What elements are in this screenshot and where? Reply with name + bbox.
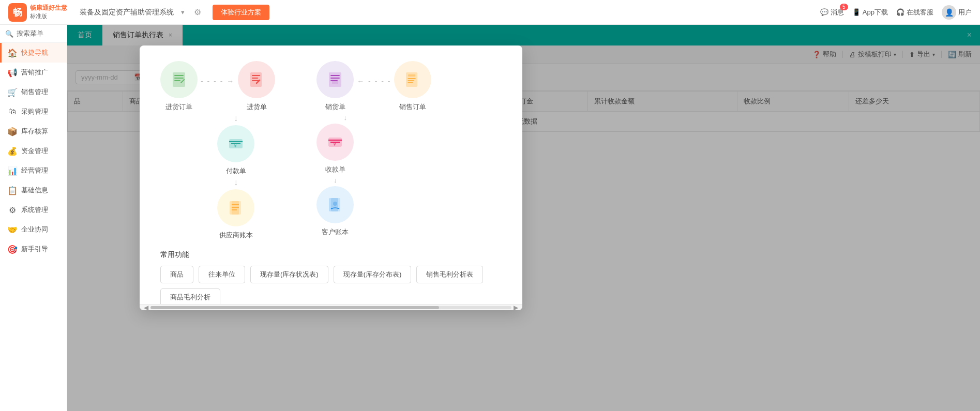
purchase-order-label: 进货订单 — [165, 102, 192, 112]
logo-icon: 畅 — [8, 3, 27, 22]
sidebar-item-newcomer[interactable]: 🎯 新手引导 — [0, 239, 67, 259]
receipt-bill-circle: ￥ — [316, 124, 354, 161]
purchase-bill-circle — [238, 61, 275, 98]
sidebar-item-label-marketing: 营销推广 — [21, 68, 48, 77]
sidebar-item-purchase[interactable]: 🛍 采购管理 — [0, 102, 67, 121]
customer-account-icon — [326, 195, 344, 214]
svg-point-14 — [333, 202, 337, 206]
sidebar-item-basic-info[interactable]: 📋 基础信息 — [0, 180, 67, 200]
logo-area: 畅 畅康通好生意 标准版 — [8, 3, 70, 22]
sidebar-item-label-operation: 经营管理 — [21, 166, 48, 175]
marketing-icon: 📢 — [8, 68, 17, 77]
sidebar-item-label-enterprise: 企业协同 — [21, 225, 48, 234]
svg-rect-9 — [408, 74, 415, 77]
sidebar-search[interactable]: 🔍 搜索菜单 — [0, 25, 67, 43]
node-purchase-bill[interactable]: 进货单 — [238, 61, 275, 112]
basic-info-icon: 📋 — [8, 186, 17, 195]
svg-rect-0 — [173, 72, 185, 87]
top-bar-right: 💬 消息 5 📱 App下载 🎧 在线客服 👤 用户 — [820, 5, 972, 20]
message-icon: 💬 — [820, 8, 828, 16]
svg-rect-5 — [232, 201, 241, 215]
scrollbar-left-arrow[interactable]: ◀ — [142, 304, 150, 311]
customer-account-label: 客户账本 — [322, 227, 349, 237]
enterprise-icon: 🤝 — [8, 225, 17, 234]
sidebar: 🔍 搜索菜单 🏠 快捷导航 📢 营销推广 🛒 销售管理 🛍 采购管理 📦 — [0, 25, 67, 411]
right-flow: 销货单 ← - - - - — [316, 61, 431, 237]
sidebar-item-enterprise[interactable]: 🤝 企业协同 — [0, 220, 67, 239]
search-icon: 🔍 — [5, 30, 13, 38]
sidebar-item-funds[interactable]: 💰 资金管理 — [0, 141, 67, 161]
arrow-row-v: ↓ — [316, 112, 431, 124]
node-receipt-bill[interactable]: ￥ 收款单 — [316, 124, 354, 174]
message-action[interactable]: 💬 消息 5 — [820, 8, 844, 17]
node-customer-account[interactable]: 客户账本 — [316, 186, 354, 237]
supplier-account-circle — [217, 189, 254, 226]
receipt-bill-label: 收款单 — [325, 165, 345, 174]
svg-text:￥: ￥ — [333, 142, 337, 147]
sidebar-item-label-newcomer: 新手引导 — [21, 245, 48, 254]
flow-row-2: 销货单 ← - - - - — [316, 61, 431, 112]
trial-button[interactable]: 体验行业方案 — [213, 5, 269, 20]
supplier-account-label: 供应商账本 — [219, 231, 253, 240]
func-buttons-row-1: 商品 往来单位 现存量(库存状况表) 现存量(库存分布表) 销售毛利分析表 商品… — [160, 266, 502, 304]
popup-modal: 进货订单 - - - - → — [140, 45, 522, 310]
arrow-h-1: - - - - → — [201, 77, 235, 96]
sidebar-search-label: 搜索菜单 — [17, 29, 43, 38]
brand-version: 标准版 — [30, 12, 67, 20]
purchase-order-icon — [170, 70, 188, 89]
customer-account-node: 客户账本 — [316, 186, 354, 237]
sidebar-item-quick-nav[interactable]: 🏠 快捷导航 — [0, 43, 67, 63]
arrow-v-1: ↓ — [234, 114, 238, 123]
sales-bill-circle — [316, 61, 354, 98]
sales-icon: 🛒 — [8, 87, 17, 97]
node-sales-bill[interactable]: 销货单 — [316, 61, 354, 112]
func-btn-sales-profit[interactable]: 销售毛利分析表 — [416, 266, 483, 283]
node-sales-order[interactable]: 销售订单 — [394, 61, 431, 112]
popup-scrollbar[interactable]: ◀ ▶ — [140, 304, 522, 310]
flow-diagram: 进货订单 - - - - → — [160, 61, 502, 240]
arrow-v-4: ↓ — [316, 176, 354, 184]
operation-icon: 📊 — [8, 166, 17, 175]
sidebar-item-sys-mgmt[interactable]: ⚙ 系统管理 — [0, 200, 67, 220]
sidebar-item-label-sales: 销售管理 — [21, 87, 48, 97]
func-btn-product[interactable]: 商品 — [160, 266, 193, 283]
sidebar-item-label-inventory: 库存核算 — [21, 127, 48, 136]
func-btn-product-profit[interactable]: 商品毛利分析 — [160, 288, 220, 304]
top-bar-left: 畅 畅康通好生意 标准版 装备及固定资产辅助管理系统 ▾ ⚙ 体验行业方案 — [8, 3, 269, 22]
func-btn-partner[interactable]: 往来单位 — [199, 266, 245, 283]
app-download-action[interactable]: 📱 App下载 — [852, 8, 888, 17]
receipt-icon: ￥ — [326, 133, 344, 151]
scrollbar-track[interactable] — [150, 306, 511, 309]
app-download-label: App下载 — [863, 8, 888, 17]
settings-icon[interactable]: ⚙ — [194, 7, 201, 17]
headset-icon: 🎧 — [896, 8, 904, 16]
purchase-bill-label: 进货单 — [247, 102, 267, 112]
user-action[interactable]: 👤 用户 — [942, 5, 972, 20]
node-purchase-order[interactable]: 进货订单 — [160, 61, 198, 112]
sidebar-item-operation[interactable]: 📊 经营管理 — [0, 161, 67, 180]
spacer-arrow — [374, 112, 431, 124]
sidebar-item-inventory[interactable]: 📦 库存核算 — [0, 121, 67, 141]
user-avatar: 👤 — [942, 5, 956, 20]
online-service-action[interactable]: 🎧 在线客服 — [896, 8, 933, 17]
sidebar-item-sales[interactable]: 🛒 销售管理 — [0, 82, 67, 102]
system-title: 装备及固定资产辅助管理系统 — [80, 8, 174, 17]
sales-order-label: 销售订单 — [399, 102, 426, 112]
payment-bill-node: ￥ 付款单 — [217, 125, 254, 176]
node-supplier-account[interactable]: 供应商账本 — [217, 189, 254, 240]
scrollbar-right-arrow[interactable]: ▶ — [511, 304, 520, 311]
sales-order-icon — [403, 70, 422, 89]
purchase-icon: 🛍 — [8, 107, 17, 116]
sidebar-item-marketing[interactable]: 📢 营销推广 — [0, 63, 67, 82]
online-service-label: 在线客服 — [907, 8, 933, 17]
func-btn-stock-status[interactable]: 现存量(库存状况表) — [250, 266, 328, 283]
scrollbar-thumb[interactable] — [150, 306, 439, 309]
flow-row-1: 进货订单 - - - - → — [160, 61, 275, 112]
sales-bill-label: 销货单 — [325, 102, 345, 112]
supplier-account-icon — [227, 199, 245, 217]
arrow-v-2: ↓ — [316, 114, 374, 121]
dropdown-arrow-icon[interactable]: ▾ — [181, 8, 185, 16]
node-payment-bill[interactable]: ￥ 付款单 — [217, 125, 254, 176]
arrow-v-3: ↓ — [234, 178, 238, 187]
func-btn-stock-dist[interactable]: 现存量(库存分布表) — [334, 266, 412, 283]
